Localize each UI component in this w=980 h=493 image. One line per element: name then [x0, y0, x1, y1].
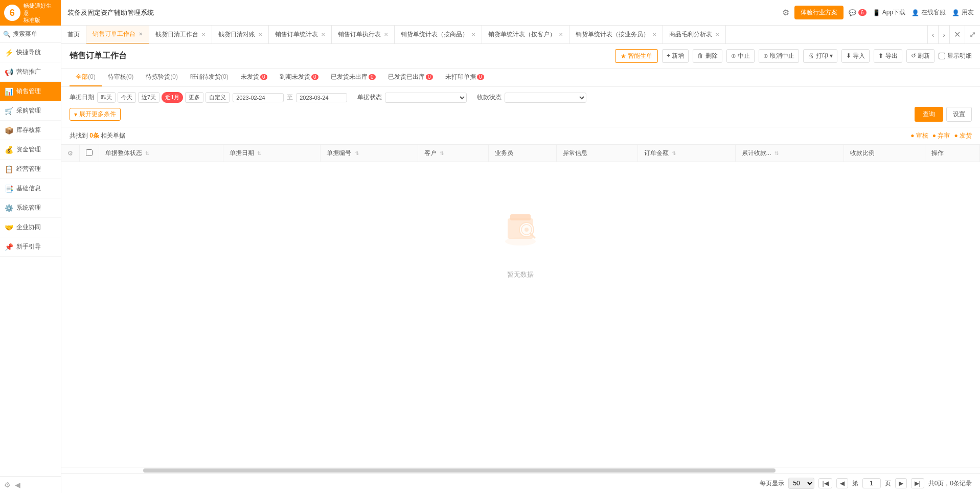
tab-close-gross-profit-analysis[interactable]: ✕: [715, 32, 719, 37]
col-settings[interactable]: ⚙: [61, 145, 80, 162]
col-cumulative[interactable]: 累计收款... ⇅: [735, 145, 844, 162]
guide-icon: 📌: [4, 243, 13, 251]
sidebar-search[interactable]: 🔍 搜索菜单: [0, 26, 61, 43]
query-btn[interactable]: 查询: [915, 107, 943, 122]
scrollbar-area[interactable]: [61, 467, 980, 473]
tab-close-cash-daily[interactable]: ✕: [201, 32, 206, 37]
tab-cash-daily[interactable]: 钱货日清工作台 ✕: [149, 26, 212, 44]
tab-home[interactable]: 首页: [61, 26, 86, 44]
sort-amount-icon: ⇅: [672, 150, 676, 156]
tab-close-all-btn[interactable]: ✕: [950, 26, 965, 44]
tab-close-sales-stats[interactable]: ✕: [321, 32, 325, 37]
filter-tab-shipped-out[interactable]: 已发货已出库0: [382, 69, 439, 86]
filter-tab-not-printed[interactable]: 未打印单据0: [439, 69, 490, 86]
page-prev-btn[interactable]: ◀: [836, 478, 848, 488]
sidebar-item-shortcut[interactable]: ⚡ 快捷导航: [0, 43, 61, 62]
status-field: 单据状态: [357, 93, 467, 103]
date-1month-btn[interactable]: 近1月: [162, 92, 183, 103]
col-status[interactable]: 单据整体状态 ⇅: [99, 145, 223, 162]
settings-bottom-icon[interactable]: ⚙: [4, 481, 11, 489]
sidebar-item-inventory[interactable]: 📦 库存核算: [0, 121, 61, 140]
select-all-checkbox[interactable]: [86, 149, 93, 156]
add-btn[interactable]: + 新增: [662, 49, 689, 63]
filter-tab-pending-check[interactable]: 待拣验货(0): [140, 69, 184, 86]
col-amount[interactable]: 订单金额 ⇅: [638, 145, 735, 162]
cancel-stop-btn[interactable]: ⊙ 取消中止: [759, 49, 799, 63]
payment-select[interactable]: [505, 93, 586, 103]
tab-sales-exec[interactable]: 销售订单执行表 ✕: [332, 26, 395, 44]
tab-gross-profit-analysis[interactable]: 商品毛利分析表 ✕: [663, 26, 726, 44]
sidebar-item-finance[interactable]: 💰 资金管理: [0, 140, 61, 160]
smart-generate-btn[interactable]: ★ 智能生单: [615, 49, 658, 63]
tab-goods-stats-product[interactable]: 销货单统计表（按商品） ✕: [395, 26, 482, 44]
sidebar-item-collaboration[interactable]: 🤝 企业协同: [0, 218, 61, 237]
reject-action-btn[interactable]: ● 弃审: [932, 131, 950, 140]
col-date[interactable]: 单据日期 ⇅: [223, 145, 320, 162]
approve-action-btn[interactable]: ● 审核: [910, 131, 928, 140]
tab-cash-reconcile[interactable]: 钱货日清对账 ✕: [212, 26, 269, 44]
show-detail-label[interactable]: 显示明细: [939, 52, 972, 60]
filter-tab-pending-review[interactable]: 待审核(0): [102, 69, 140, 86]
sidebar-item-purchase[interactable]: 🛒 采购管理: [0, 101, 61, 121]
tab-goods-stats-customer[interactable]: 销货单统计表（按客户） ✕: [482, 26, 569, 44]
export-btn[interactable]: ⬆ 导出: [874, 49, 902, 63]
date-today-btn[interactable]: 今天: [118, 92, 136, 103]
date-7days-btn[interactable]: 近7天: [138, 92, 159, 103]
tab-goods-stats-salesperson[interactable]: 销货单统计表（按业务员） ✕: [569, 26, 663, 44]
online-service-item[interactable]: 👤 在线客服: [911, 8, 946, 17]
sidebar-item-operations[interactable]: 📋 经营管理: [0, 160, 61, 179]
show-detail-checkbox[interactable]: [939, 53, 945, 59]
filter-tab-all[interactable]: 全部(0): [70, 69, 102, 86]
filter-tab-not-shipped[interactable]: 未发货0: [235, 69, 274, 86]
tab-next-btn[interactable]: ›: [939, 26, 950, 44]
page-size-select[interactable]: 50 10 20 100: [788, 478, 814, 489]
filter-tab-overdue-not-shipped[interactable]: 到期未发货0: [274, 69, 325, 86]
tab-close-sales-exec[interactable]: ✕: [384, 32, 388, 37]
tab-prev-btn[interactable]: ‹: [928, 26, 939, 44]
header-settings-icon[interactable]: ⚙: [782, 8, 789, 17]
tab-close-cash-reconcile[interactable]: ✕: [258, 32, 262, 37]
collapse-icon[interactable]: ◀: [15, 481, 20, 489]
sidebar-item-marketing[interactable]: 📢 营销推广: [0, 62, 61, 82]
date-more-btn[interactable]: 更多: [185, 92, 203, 103]
import-btn[interactable]: ⬇ 导入: [841, 49, 870, 63]
page-first-btn[interactable]: |◀: [818, 478, 832, 488]
print-btn[interactable]: 🖨 打印 ▾: [803, 49, 837, 63]
page-number-input[interactable]: [862, 478, 881, 488]
tab-sales-order-workbench[interactable]: 销售订单工作台 ✕: [86, 26, 149, 44]
expand-conditions-btn[interactable]: ▾ 展开更多条件: [70, 108, 121, 121]
tab-close-goods-stats-salesperson[interactable]: ✕: [652, 32, 656, 37]
col-customer[interactable]: 客户 ⇅: [418, 145, 488, 162]
date-yesterday-btn[interactable]: 昨天: [97, 92, 116, 103]
app-download-item[interactable]: 📱 App下载: [873, 8, 905, 17]
user-item[interactable]: 👤 用友: [952, 8, 974, 17]
send-action-btn[interactable]: ● 发货: [954, 131, 972, 140]
sidebar-item-guide[interactable]: 📌 新手引导: [0, 237, 61, 257]
tab-sales-stats[interactable]: 销售订单统计表 ✕: [269, 26, 332, 44]
sidebar-item-system[interactable]: ⚙️ 系统管理: [0, 198, 61, 218]
date-from-input[interactable]: [233, 93, 284, 102]
tab-close-goods-stats-product[interactable]: ✕: [471, 32, 475, 37]
delete-btn[interactable]: 🗑 删除: [693, 49, 722, 63]
status-select[interactable]: [385, 93, 467, 103]
solution-button[interactable]: 体验行业方案: [794, 6, 844, 19]
tab-expand-btn[interactable]: ⤢: [965, 26, 980, 44]
date-to-input[interactable]: [296, 93, 347, 102]
online-service-icon: 👤: [911, 9, 919, 16]
col-number[interactable]: 单据编号 ⇅: [321, 145, 418, 162]
page-next-btn[interactable]: ▶: [895, 478, 907, 488]
col-checkbox[interactable]: [80, 145, 99, 162]
tab-close-goods-stats-customer[interactable]: ✕: [559, 32, 563, 37]
refresh-btn[interactable]: ↺ 刷新: [906, 49, 935, 63]
stop-btn[interactable]: ⊙ 中止: [726, 49, 755, 63]
message-item[interactable]: 💬 6: [849, 9, 867, 16]
content-area: 销售订单工作台 ★ 智能生单 + 新增 🗑 删除 ⊙ 中止 ⊙ 取消中止 🖨 打…: [61, 44, 980, 493]
sidebar-item-basic-info[interactable]: 📑 基础信息: [0, 179, 61, 198]
tab-close-sales-order[interactable]: ✕: [139, 31, 143, 37]
filter-tab-wangpu-pending[interactable]: 旺铺待发货(0): [184, 69, 235, 86]
search-settings-btn[interactable]: 设置: [946, 107, 972, 122]
page-last-btn[interactable]: ▶|: [911, 478, 924, 488]
date-custom-btn[interactable]: 自定义: [206, 92, 230, 103]
filter-tab-shipped-not-out[interactable]: 已发货未出库0: [325, 69, 382, 86]
sidebar-item-sales[interactable]: 📊 销售管理: [0, 82, 61, 101]
